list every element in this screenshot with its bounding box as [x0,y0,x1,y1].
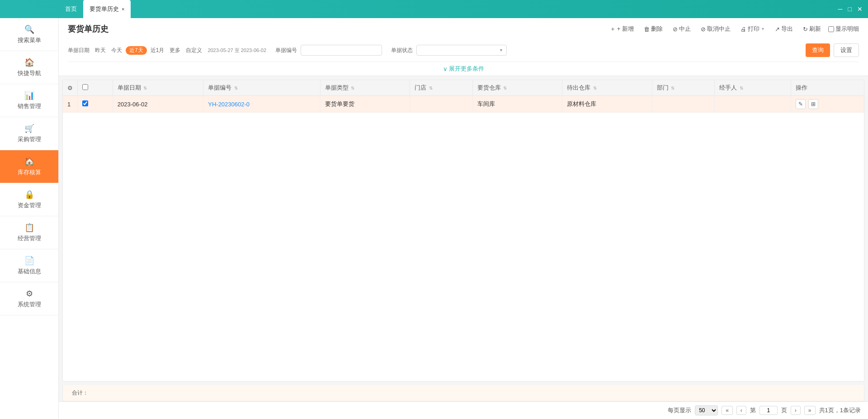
settings-button[interactable]: 设置 [834,43,859,57]
tab-home[interactable]: 首页 [59,0,83,18]
col-doc-date[interactable]: 单据日期 ⇅ [113,80,203,96]
col-doc-no[interactable]: 单据编号 ⇅ [203,80,320,96]
table-row[interactable]: 1 2023-06-02 YH-20230602-0 要货单要货 车间库 原材料… [63,96,864,113]
sidebar-item-inventory-calc[interactable]: 🏠 库存核算 [0,150,58,183]
sidebar-item-ops-mgmt[interactable]: 📋 经营管理 [0,216,58,249]
close-tab-icon[interactable]: × [122,6,124,12]
col-settings[interactable]: ⚙ [63,80,78,96]
date-shortcut-custom[interactable]: 自定义 [184,46,204,55]
sidebar-item-purchase-mgmt[interactable]: 🛒 采购管理 [0,117,58,150]
query-button[interactable]: 查询 [806,43,830,57]
first-page-button[interactable]: « [722,406,733,415]
date-shortcut-today[interactable]: 今天 [109,46,124,55]
col-checkbox[interactable] [78,80,113,96]
col-doc-type-label: 单据类型 [325,84,349,91]
expand-more-conditions[interactable]: ∨ 展开更多条件 [68,62,859,76]
date-shortcut-more[interactable]: 更多 [168,46,182,55]
stop-label: 中止 [679,25,691,33]
main-layout: 🔍 搜索菜单 🏠 快捷导航 📊 销售管理 🛒 采购管理 🏠 库存核算 🔒 资金管… [0,18,868,419]
new-label: + 新增 [617,25,634,33]
col-action: 操作 [791,80,864,96]
date-shortcut-7days[interactable]: 近7天 [126,46,147,55]
export-button[interactable]: ↗ 导出 [772,24,796,34]
tab-requisition-history[interactable]: 要货单历史 × [83,0,131,18]
per-page-select[interactable]: 50 20 100 200 [695,405,718,415]
page-title-row: 要货单历史 ＋ + 新增 🗑 删除 ⊘ 中止 ⊘ [68,24,859,39]
ops-mgmt-icon: 📋 [24,223,34,233]
print-label: 打印 [748,25,760,33]
sidebar-item-quick-nav[interactable]: 🏠 快捷导航 [0,51,58,84]
print-dropdown-icon: ▼ [761,27,765,31]
doc-status-label: 单据状态 [391,47,413,54]
page-input[interactable] [760,406,778,415]
per-page-label: 每页显示 [668,406,691,414]
filter-row: 单据日期 昨天 今天 近7天 近1月 更多 自定义 2023-05-27 至 2… [68,39,859,62]
sidebar-item-sys-mgmt[interactable]: ⚙ 系统管理 [0,282,58,315]
finance-mgmt-icon: 🔒 [24,190,34,200]
cell-doc-no[interactable]: YH-20230602-0 [203,96,320,113]
footer-total-label: 合计： [72,389,88,397]
stop-button[interactable]: ⊘ 中止 [670,24,693,34]
maximize-icon[interactable]: □ [848,5,852,13]
col-dept-label: 部门 [657,84,669,91]
window-close-icon[interactable]: ✕ [857,5,863,13]
col-doc-type-sort-icon: ⇅ [351,86,354,90]
cell-checkbox[interactable] [78,96,113,113]
date-shortcut-1month[interactable]: 近1月 [149,46,166,55]
cell-dept [652,96,715,113]
display-detail-label: 显示明细 [835,25,859,33]
cell-action: ✎ ⊞ [791,96,864,113]
col-doc-date-label: 单据日期 [118,84,141,91]
sidebar-item-sys-mgmt-label: 系统管理 [18,300,41,309]
cancel-stop-button[interactable]: ⊘ 取消中止 [698,24,733,34]
sidebar-item-finance-mgmt[interactable]: 🔒 资金管理 [0,183,58,216]
refresh-label: 刷新 [809,25,821,33]
col-pending-warehouse-sort-icon: ⇅ [593,86,597,90]
total-info: 共1页，1条记录 [819,406,861,414]
sidebar-item-ops-mgmt-label: 经营管理 [18,234,41,243]
doc-no-input[interactable] [301,45,382,56]
date-shortcut-yesterday[interactable]: 昨天 [93,46,108,55]
delete-button[interactable]: 🗑 删除 [641,24,665,34]
display-detail-checkbox[interactable] [828,26,834,32]
row-detail-button[interactable]: ⊞ [808,99,818,109]
cell-pending-warehouse: 原材料仓库 [562,96,652,113]
display-detail-toggle[interactable]: 显示明细 [828,25,859,33]
col-req-warehouse-label: 要货仓库 [477,84,501,91]
sidebar-item-quick-nav-label: 快捷导航 [18,69,41,77]
doc-status-filter-group: 单据状态 [391,45,507,56]
row-checkbox[interactable] [82,100,88,106]
col-pending-warehouse[interactable]: 待出仓库 ⇅ [562,80,652,96]
minimize-icon[interactable]: ─ [838,5,843,13]
last-page-button[interactable]: » [804,406,816,415]
col-handler[interactable]: 经手人 ⇅ [715,80,791,96]
row-edit-button[interactable]: ✎ [796,99,806,109]
cell-num: 1 [63,96,78,113]
sidebar-item-basic-info[interactable]: 📄 基础信息 [0,249,58,282]
col-action-label: 操作 [796,84,807,91]
col-doc-date-sort-icon: ⇅ [143,86,147,90]
sidebar-item-sales-mgmt-label: 销售管理 [18,102,41,110]
sidebar-item-sales-mgmt[interactable]: 📊 销售管理 [0,84,58,117]
next-page-button[interactable]: › [791,406,801,415]
col-dept[interactable]: 部门 ⇅ [652,80,715,96]
refresh-button[interactable]: ↻ 刷新 [800,24,824,34]
sidebar-item-inventory-calc-label: 库存核算 [18,168,41,176]
col-pending-warehouse-label: 待出仓库 [567,84,590,91]
page-header: 要货单历史 ＋ + 新增 🗑 删除 ⊘ 中止 ⊘ [59,18,868,76]
col-req-warehouse[interactable]: 要货仓库 ⇅ [472,80,562,96]
cell-doc-type: 要货单要货 [320,96,410,113]
print-button[interactable]: 🖨 打印 ▼ [738,24,768,34]
doc-status-select[interactable] [416,45,507,56]
new-button[interactable]: ＋ + 新增 [607,24,637,34]
expand-more-icon: ∨ [443,66,448,72]
export-icon: ↗ [775,26,780,33]
col-doc-type[interactable]: 单据类型 ⇅ [320,80,410,96]
prev-page-button[interactable]: ‹ [736,406,746,415]
select-all-checkbox[interactable] [82,84,88,90]
stop-icon: ⊘ [673,26,678,33]
sidebar-item-search-menu[interactable]: 🔍 搜索菜单 [0,18,58,51]
date-shortcuts: 昨天 今天 近7天 近1月 更多 自定义 [93,46,204,55]
doc-no-link[interactable]: YH-20230602-0 [208,101,250,108]
col-store[interactable]: 门店 ⇅ [410,80,472,96]
